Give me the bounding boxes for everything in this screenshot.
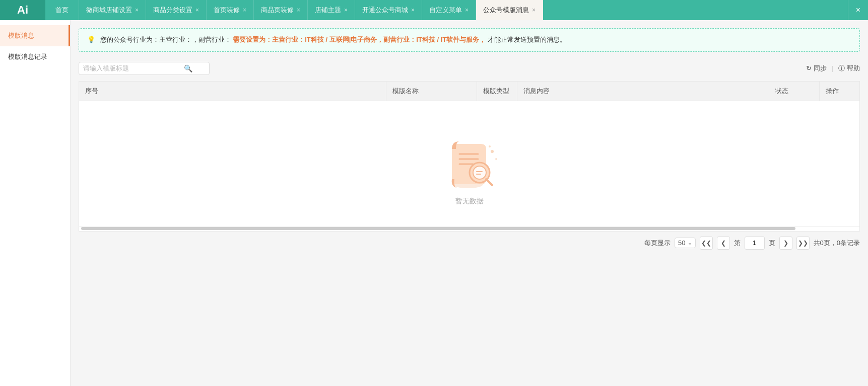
toolbar-right: ↻ 同步 | ⓘ 帮助	[806, 64, 860, 73]
tab-open-wechat-close[interactable]: ×	[411, 7, 415, 13]
help-button[interactable]: ⓘ 帮助	[838, 64, 860, 73]
tab-shop-theme-close[interactable]: ×	[344, 7, 348, 13]
tab-product-category[interactable]: 商品分类设置 ×	[146, 0, 207, 20]
tab-shop-theme-label: 店铺主题	[315, 6, 341, 15]
tab-open-wechat[interactable]: 开通公众号商城 ×	[355, 0, 422, 20]
chevron-down-icon: ⌄	[688, 240, 692, 246]
tab-product-decor[interactable]: 商品页装修 ×	[254, 0, 308, 20]
tab-template-msg[interactable]: 公众号模版消息 ×	[476, 0, 543, 20]
sidebar-item-template-msg[interactable]: 模版消息	[0, 25, 70, 46]
search-input[interactable]	[83, 64, 184, 72]
logo-text: Ai	[17, 4, 28, 17]
tab-home-decor-label: 首页装修	[214, 6, 240, 15]
col-status: 状态	[769, 81, 820, 101]
tab-product-decor-close[interactable]: ×	[297, 7, 300, 13]
notice-box: 💡 您的公众号行业为：主营行业：，副营行业： 需要设置为：主营行业：IT科技 /…	[79, 28, 860, 52]
main-content: 💡 您的公众号行业为：主营行业：，副营行业： 需要设置为：主营行业：IT科技 /…	[71, 20, 868, 386]
tab-wechat-shop[interactable]: 微商城店铺设置 ×	[79, 0, 146, 20]
help-icon: ⓘ	[838, 64, 845, 73]
nav-tabs: 首页 微商城店铺设置 × 商品分类设置 × 首页装修 × 商品页装修 × 店铺主…	[45, 0, 848, 20]
search-bar-row: 🔍 ↻ 同步 | ⓘ 帮助	[79, 62, 860, 75]
sidebar-item-template-log[interactable]: 模版消息记录	[0, 46, 70, 67]
top-nav-bar: Ai 首页 微商城店铺设置 × 商品分类设置 × 首页装修 × 商品页装修 × …	[0, 0, 868, 20]
tab-home[interactable]: 首页	[45, 0, 79, 20]
pagination-bar: 每页显示 50 ⌄ ❮❮ ❮ 第 页 ❯ ❯❯ 共0页，0条记录	[79, 231, 860, 255]
toolbar-divider: |	[832, 64, 833, 72]
tab-product-category-label: 商品分类设置	[153, 6, 192, 15]
notice-icon: 💡	[87, 36, 95, 43]
svg-point-5	[473, 166, 486, 179]
search-icon[interactable]: 🔍	[184, 64, 192, 72]
page-size-label: 每页显示	[644, 239, 671, 248]
empty-illustration	[437, 131, 502, 197]
app-logo: Ai	[0, 0, 45, 20]
sync-button[interactable]: ↻ 同步	[806, 64, 827, 73]
svg-point-9	[491, 150, 494, 153]
col-type: 模版类型	[477, 81, 517, 101]
tab-home-decor-close[interactable]: ×	[243, 7, 246, 13]
search-input-wrap: 🔍	[79, 62, 210, 75]
prev-page-button[interactable]: ❮	[717, 237, 730, 250]
page-size-select[interactable]: 50 ⌄	[675, 238, 695, 248]
tab-open-wechat-label: 开通公众号商城	[362, 6, 408, 15]
empty-text: 暂无数据	[455, 197, 484, 206]
page-suffix: 页	[769, 239, 775, 248]
last-page-button[interactable]: ❯❯	[796, 237, 810, 250]
tab-shop-theme[interactable]: 店铺主题 ×	[308, 0, 355, 20]
data-table: 序号 模版名称 模版类型 消息内容 状态 操作	[79, 81, 860, 226]
tab-home-decor[interactable]: 首页装修 ×	[207, 0, 254, 20]
notice-highlight: 需要设置为：主营行业：IT科技 / 互联网|电子商务，副营行业：IT科技 / I…	[233, 36, 486, 43]
tab-home-label: 首页	[55, 6, 69, 15]
table-header-row: 序号 模版名称 模版类型 消息内容 状态 操作	[79, 81, 860, 101]
tab-product-decor-label: 商品页装修	[261, 6, 294, 15]
first-page-button[interactable]: ❮❮	[700, 237, 713, 250]
tab-template-msg-label: 公众号模版消息	[483, 6, 529, 15]
table-empty-row: 暂无数据	[79, 101, 860, 226]
svg-point-10	[495, 158, 497, 160]
global-close-button[interactable]: ×	[848, 0, 868, 20]
sync-label: 同步	[814, 64, 827, 73]
main-layout: 模版消息 模版消息记录 💡 您的公众号行业为：主营行业：，副营行业： 需要设置为…	[0, 20, 868, 386]
svg-line-6	[486, 179, 492, 185]
tab-wechat-shop-close[interactable]: ×	[135, 7, 139, 13]
scroll-thumb	[81, 227, 795, 230]
col-name: 模版名称	[386, 81, 477, 101]
table-scroll-track[interactable]	[79, 226, 860, 231]
tab-template-msg-close[interactable]: ×	[532, 7, 536, 13]
empty-state: 暂无数据	[79, 101, 859, 226]
col-content: 消息内容	[517, 81, 769, 101]
current-page-input[interactable]	[745, 237, 765, 250]
sync-icon: ↻	[806, 64, 812, 72]
total-info: 共0页，0条记录	[814, 239, 860, 248]
notice-prefix: 您的公众号行业为：主营行业：，副营行业：	[100, 36, 231, 43]
tab-custom-menu[interactable]: 自定义菜单 ×	[422, 0, 476, 20]
tab-custom-menu-label: 自定义菜单	[429, 6, 462, 15]
col-index: 序号	[79, 81, 386, 101]
next-page-button[interactable]: ❯	[779, 237, 792, 250]
help-label: 帮助	[847, 64, 860, 73]
tab-wechat-shop-label: 微商城店铺设置	[86, 6, 132, 15]
col-action: 操作	[820, 81, 860, 101]
page-prefix: 第	[734, 239, 741, 248]
svg-point-11	[489, 145, 491, 147]
notice-suffix: 才能正常发送预置的消息。	[488, 36, 566, 43]
page-size-value: 50	[678, 239, 685, 247]
sidebar: 模版消息 模版消息记录	[0, 20, 71, 386]
tab-custom-menu-close[interactable]: ×	[465, 7, 469, 13]
tab-product-category-close[interactable]: ×	[195, 7, 199, 13]
